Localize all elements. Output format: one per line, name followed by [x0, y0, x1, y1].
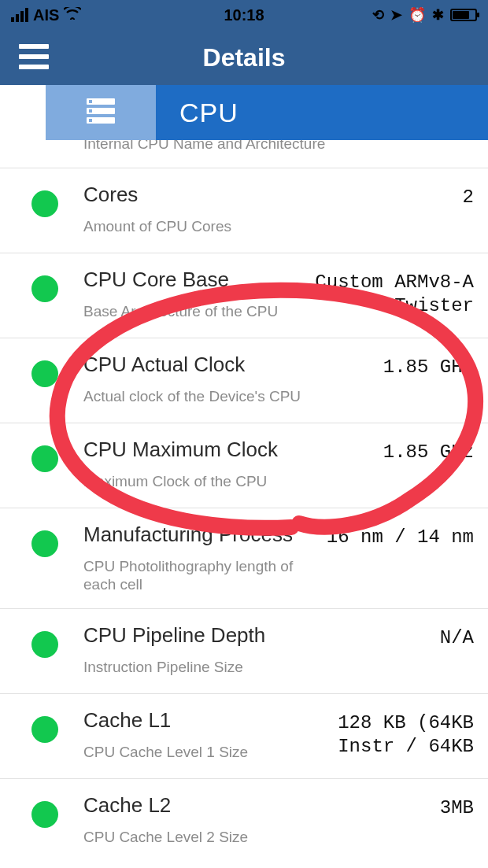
row-subtitle: Maximum Clock of the CPU — [83, 473, 346, 491]
row-value: Custom ARMv8-A Twister — [301, 268, 474, 318]
row-title: Cache L1 — [83, 708, 291, 733]
row-subtitle: CPU Photolithography length of each cell — [83, 558, 317, 594]
list-item[interactable]: Internal CPU Name and Architecture — [0, 140, 488, 168]
list-item[interactable]: CPU Actual Clock Actual clock of the Dev… — [0, 338, 488, 423]
row-title: CPU Maximum Clock — [83, 438, 346, 462]
row-title: Manufacturing Process — [83, 523, 317, 547]
list-item[interactable]: CPU Core Base Base Architecture of the C… — [0, 253, 488, 338]
row-title: CPU Pipeline Depth — [83, 623, 346, 648]
row-subtitle: CPU Cache Level 2 Size — [83, 829, 346, 847]
battery-icon — [450, 9, 477, 21]
row-value: 128 KB (64KB Instr / 64KB — [301, 708, 474, 759]
row-value: 3MB — [356, 793, 474, 820]
list-item[interactable]: Manufacturing Process CPU Photolithograp… — [0, 508, 488, 609]
list-item[interactable]: Cores Amount of CPU Cores 2 — [0, 168, 488, 253]
row-title: CPU Core Base — [83, 268, 291, 292]
row-title: CPU Actual Clock — [83, 353, 346, 377]
row-title: Cache L2 — [83, 793, 346, 818]
svg-rect-5 — [89, 119, 92, 122]
row-value: N/A — [356, 623, 474, 650]
row-subtitle: Actual clock of the Device's CPU — [83, 388, 346, 406]
tab-bar: CPU — [0, 85, 488, 140]
status-dot-icon — [31, 360, 58, 387]
status-dot-icon — [31, 631, 58, 658]
status-dot-icon — [31, 716, 58, 743]
tab-cpu-icon-button[interactable] — [46, 85, 156, 140]
tab-label-text: CPU — [179, 98, 238, 128]
menu-button[interactable] — [19, 44, 49, 69]
status-time: 10:18 — [0, 6, 488, 24]
tab-cpu[interactable]: CPU — [156, 85, 488, 140]
page-title: Details — [203, 43, 286, 72]
row-subtitle: Base Architecture of the CPU — [83, 303, 291, 321]
nav-header: Details — [0, 30, 488, 85]
row-value: 1.85 GHz — [356, 353, 474, 379]
list-item[interactable]: Cache L2 CPU Cache Level 2 Size 3MB — [0, 779, 488, 864]
status-dot-icon — [31, 801, 58, 828]
status-dot-icon — [31, 275, 58, 302]
row-subtitle: Internal CPU Name and Architecture — [83, 140, 346, 153]
row-title: Cores — [83, 183, 346, 207]
row-subtitle: Amount of CPU Cores — [83, 218, 346, 236]
status-dot-icon — [31, 190, 58, 217]
status-bar: AIS 10:18 ⟲ ➤ ⏰ ✱ — [0, 0, 488, 30]
list-item[interactable]: Cache L1 CPU Cache Level 1 Size 128 KB (… — [0, 694, 488, 779]
row-subtitle: Instruction Pipeline Size — [83, 659, 346, 677]
list-item[interactable]: CPU Pipeline Depth Instruction Pipeline … — [0, 609, 488, 694]
row-value: 2 — [356, 183, 474, 209]
status-dot-icon — [31, 530, 58, 557]
svg-rect-3 — [89, 100, 92, 103]
row-value: 1.85 GHz — [356, 438, 474, 464]
svg-rect-4 — [89, 109, 92, 113]
server-icon — [85, 97, 116, 128]
status-dot-icon — [31, 445, 58, 472]
details-list[interactable]: Internal CPU Name and Architecture Cores… — [0, 140, 488, 868]
row-subtitle: CPU Cache Level 1 Size — [83, 744, 291, 762]
tab-gutter — [0, 85, 46, 140]
row-value: 16 nm / 14 nm — [327, 523, 474, 549]
list-item[interactable]: CPU Maximum Clock Maximum Clock of the C… — [0, 423, 488, 508]
